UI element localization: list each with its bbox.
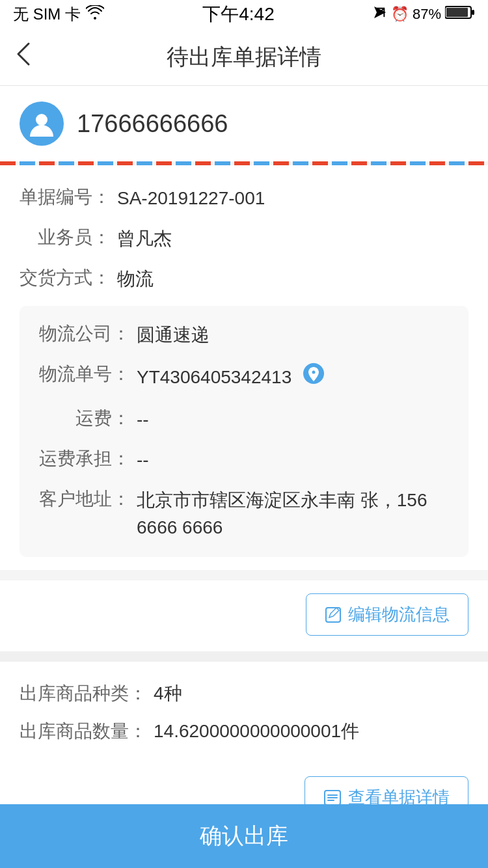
goods-section: 出库商品种类： 4种 出库商品数量： 14.6200000000000001件: [0, 662, 488, 770]
address-row: 客户地址： 北京市市辖区海淀区永丰南 张，156 6666 6666: [39, 487, 449, 541]
status-bar: 无 SIM 卡 下午4:42 ⏰ 87%: [0, 0, 488, 29]
delivery-row: 交货方式： 物流: [20, 265, 468, 293]
page-title: 待出库单据详情: [167, 42, 321, 72]
logistics-tracking-label: 物流单号：: [39, 362, 130, 387]
logistics-company-value: 圆通速递: [137, 321, 449, 349]
delivery-value: 物流: [117, 265, 468, 293]
carrier-text: 无 SIM 卡: [13, 4, 81, 25]
salesman-value: 曾凡杰: [117, 225, 468, 252]
logistics-company-label: 物流公司：: [39, 321, 130, 346]
order-no-label: 单据编号：: [20, 185, 111, 210]
back-button[interactable]: [16, 41, 31, 73]
logistics-card: 物流公司： 圆通速递 物流单号： YT4306405342413 运费：: [20, 306, 468, 557]
logistics-tracking-value: YT4306405342413: [137, 362, 449, 393]
order-no-row: 单据编号： SA-20191227-001: [20, 185, 468, 212]
logistics-tracking-row: 物流单号： YT4306405342413: [39, 362, 449, 393]
battery-text: 87%: [413, 6, 441, 23]
goods-quantity-row: 出库商品数量： 14.6200000000000001件: [20, 719, 468, 744]
svg-rect-3: [472, 10, 474, 15]
freight-bearer-label: 运费承担：: [39, 446, 130, 471]
salesman-label: 业务员：: [20, 225, 111, 250]
customer-phone: 17666666666: [77, 110, 228, 138]
delivery-label: 交货方式：: [20, 265, 111, 290]
confirm-button[interactable]: 确认出库: [0, 804, 488, 868]
map-pin-icon[interactable]: [302, 362, 325, 393]
content: 17666666666 单据编号： SA-20191227-001 业务员： 曾…: [0, 86, 488, 868]
status-carrier: 无 SIM 卡: [13, 4, 104, 25]
svg-rect-2: [446, 8, 468, 17]
freight-label: 运费：: [39, 406, 130, 431]
location-status-icon: [373, 5, 387, 23]
section-divider: [0, 651, 488, 662]
order-no-value: SA-20191227-001: [117, 185, 468, 212]
edit-logistics-button[interactable]: 编辑物流信息: [306, 593, 468, 636]
goods-quantity-label: 出库商品数量：: [20, 719, 147, 744]
avatar: [20, 102, 64, 146]
order-info-section: 单据编号： SA-20191227-001 业务员： 曾凡杰 交货方式： 物流 …: [0, 165, 488, 570]
confirm-btn-container: 确认出库: [0, 804, 488, 868]
freight-value: --: [137, 406, 449, 433]
goods-quantity-value: 14.6200000000000001件: [154, 719, 359, 744]
freight-row: 运费： --: [39, 406, 449, 433]
goods-type-value: 4种: [154, 681, 182, 706]
address-value: 北京市市辖区海淀区永丰南 张，156 6666 6666: [137, 487, 449, 541]
wifi-icon: [86, 5, 104, 23]
battery-icon: [445, 5, 475, 23]
address-label: 客户地址：: [39, 487, 130, 511]
svg-point-4: [36, 114, 47, 126]
status-right: ⏰ 87%: [373, 5, 475, 23]
freight-bearer-value: --: [137, 446, 449, 474]
edit-btn-wrapper: 编辑物流信息: [0, 580, 488, 651]
status-time: 下午4:42: [202, 2, 275, 27]
goods-type-label: 出库商品种类：: [20, 681, 147, 706]
customer-header: 17666666666: [0, 86, 488, 161]
alarm-icon: ⏰: [391, 6, 409, 23]
freight-bearer-row: 运费承担： --: [39, 446, 449, 474]
nav-bar: 待出库单据详情: [0, 29, 488, 86]
logistics-company-row: 物流公司： 圆通速递: [39, 321, 449, 349]
goods-type-row: 出库商品种类： 4种: [20, 681, 468, 706]
salesman-row: 业务员： 曾凡杰: [20, 225, 468, 252]
